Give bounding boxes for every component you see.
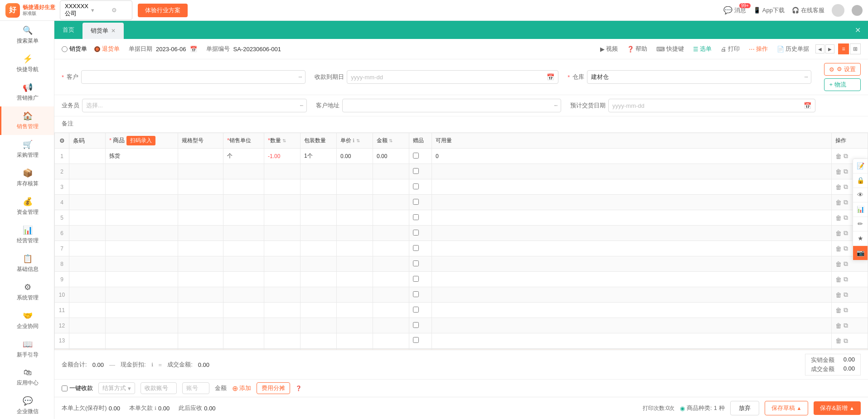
copy-row-button[interactable]: ⧉ (844, 198, 848, 206)
price-info-icon[interactable]: ℹ (353, 138, 354, 143)
payment-method-selector[interactable]: 结算方式 ▾ (98, 382, 135, 394)
cell-qty[interactable] (264, 226, 301, 241)
cell-goods[interactable] (106, 303, 178, 318)
copy-row-button[interactable]: ⧉ (844, 260, 848, 268)
cell-qty[interactable] (264, 318, 301, 333)
cell-spec[interactable] (178, 195, 223, 210)
delete-row-button[interactable]: 🗑 (835, 322, 842, 329)
cell-price[interactable] (337, 226, 373, 241)
cell-spec[interactable] (178, 272, 223, 287)
remarks-input[interactable] (77, 119, 861, 128)
sidebar-item-basic-info[interactable]: 📋 基础信息 (0, 249, 54, 278)
copy-row-button[interactable]: ⧉ (844, 214, 848, 222)
cell-spec[interactable] (178, 179, 223, 195)
sidebar-item-search[interactable]: 🔍 搜索菜单 (0, 21, 54, 49)
toolbar-help[interactable]: ❓ 帮助 (624, 44, 650, 54)
cell-pack-qty[interactable] (301, 241, 337, 256)
copy-row-button[interactable]: ⧉ (844, 291, 848, 299)
cell-spec[interactable] (178, 210, 223, 226)
cell-qty[interactable] (264, 303, 301, 318)
delete-row-button[interactable]: 🗑 (835, 276, 842, 283)
cell-qty[interactable] (264, 241, 301, 256)
sidebar-item-sales[interactable]: 🏠 销售管理 (0, 106, 54, 135)
cell-goods[interactable] (106, 195, 178, 210)
cell-spec[interactable] (178, 164, 223, 179)
cell-gift[interactable] (409, 164, 432, 179)
cell-spec[interactable] (178, 256, 223, 272)
cell-spec[interactable] (178, 241, 223, 256)
cell-pack-qty[interactable] (301, 210, 337, 226)
cell-qty[interactable] (264, 272, 301, 287)
cell-price[interactable]: 0.00 (337, 149, 373, 164)
cell-gift[interactable] (409, 287, 432, 303)
sidebar-item-enterprise[interactable]: 🤝 企业协同 (0, 306, 54, 335)
cell-unit[interactable] (223, 287, 264, 303)
avatar-secondary[interactable] (852, 5, 863, 16)
tab-close-icon[interactable]: ✕ (111, 28, 116, 34)
sidebar-item-guide[interactable]: 📖 新手引导 (0, 335, 54, 363)
cell-amount[interactable] (373, 226, 409, 241)
cell-gift[interactable] (409, 226, 432, 241)
discount-info-icon[interactable]: ℹ (151, 362, 153, 368)
cell-unit[interactable] (223, 272, 264, 287)
one-click-payment-checkbox[interactable]: 一键收款 (62, 384, 93, 392)
cell-goods[interactable]: 拣货 (106, 149, 178, 164)
cell-price[interactable] (337, 333, 373, 349)
cell-goods[interactable] (106, 164, 178, 179)
cell-spec[interactable] (178, 149, 223, 164)
cell-unit[interactable] (223, 195, 264, 210)
cell-barcode[interactable] (69, 287, 106, 303)
grid-view-icon[interactable]: ⊞ (850, 43, 861, 54)
cell-barcode[interactable] (69, 241, 106, 256)
settings-button[interactable]: ⚙ ⚙ 设置 (824, 63, 861, 76)
sidebar-item-operations[interactable]: 📊 经营管理 (0, 221, 54, 249)
cell-unit[interactable] (223, 179, 264, 195)
cell-unit[interactable] (223, 164, 264, 179)
cell-pack-qty[interactable] (301, 195, 337, 210)
radio-return-order[interactable]: 退货单 (94, 45, 120, 53)
float-eye[interactable]: 👁 (853, 188, 868, 202)
settings-icon[interactable]: ⚙ (112, 7, 127, 14)
cell-goods[interactable] (106, 179, 178, 195)
delete-row-button[interactable]: 🗑 (835, 153, 842, 160)
cell-amount[interactable] (373, 318, 409, 333)
sidebar-item-finance[interactable]: 💰 资金管理 (0, 192, 54, 221)
online-service-button[interactable]: 🎧 在线客服 (792, 6, 824, 14)
cell-spec[interactable] (178, 226, 223, 241)
cell-amount[interactable] (373, 210, 409, 226)
calendar-icon[interactable]: 📅 (190, 46, 197, 53)
cell-pack-qty[interactable] (301, 333, 337, 349)
copy-row-button[interactable]: ⧉ (844, 245, 848, 252)
cell-pack-qty[interactable] (301, 256, 337, 272)
cell-pack-qty[interactable] (301, 226, 337, 241)
cell-qty[interactable]: -1.00 (264, 149, 301, 164)
sidebar-item-marketing[interactable]: 📢 营销推广 (0, 78, 54, 106)
app-download-button[interactable]: 📱 App下载 (753, 6, 785, 14)
toolbar-operations[interactable]: ⋯ 操作 (746, 44, 771, 54)
cell-goods[interactable] (106, 226, 178, 241)
cell-goods[interactable] (106, 287, 178, 303)
fee-info-icon[interactable]: ❓ (296, 385, 302, 391)
cell-amount[interactable] (373, 195, 409, 210)
tab-close-button[interactable]: ✕ (851, 26, 864, 34)
fee-split-button[interactable]: 费用分摊 (257, 382, 290, 394)
cell-unit[interactable] (223, 256, 264, 272)
close-x-icon[interactable]: ✕ (851, 26, 864, 34)
warehouse-input[interactable]: 建材仓 ··· (587, 70, 811, 84)
cell-gift[interactable] (409, 195, 432, 210)
copy-row-button[interactable]: ⧉ (844, 152, 848, 160)
delete-row-button[interactable]: 🗑 (835, 183, 842, 191)
float-star[interactable]: ★ (853, 231, 868, 246)
cell-gift[interactable] (409, 241, 432, 256)
list-view-icon[interactable]: ≡ (838, 43, 849, 54)
cell-amount[interactable] (373, 287, 409, 303)
cell-amount[interactable] (373, 303, 409, 318)
cell-price[interactable] (337, 195, 373, 210)
cell-qty[interactable] (264, 287, 301, 303)
float-edit[interactable]: ✏ (853, 217, 868, 231)
cell-price[interactable] (337, 256, 373, 272)
delete-row-button[interactable]: 🗑 (835, 230, 842, 237)
cell-spec[interactable] (178, 333, 223, 349)
cell-gift[interactable] (409, 149, 432, 164)
cell-spec[interactable] (178, 318, 223, 333)
